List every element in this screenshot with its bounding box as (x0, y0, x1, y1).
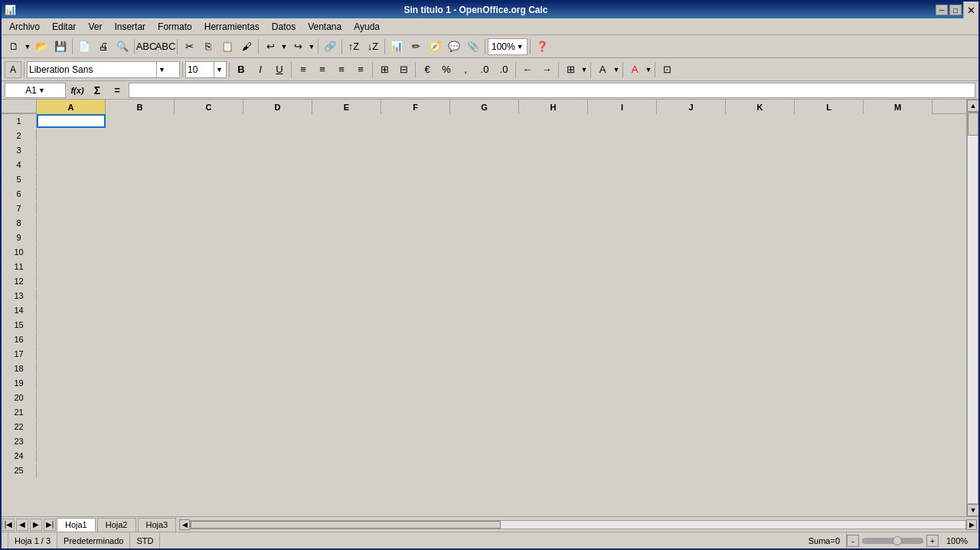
cell-F8[interactable] (381, 216, 450, 230)
cell-F15[interactable] (381, 318, 450, 332)
col-header-D[interactable]: D (243, 100, 312, 114)
cell-B23[interactable] (106, 434, 175, 448)
row-number-19[interactable]: 19 (2, 376, 37, 390)
pdf-button[interactable]: 📄 (75, 38, 93, 56)
cell-B19[interactable] (106, 376, 175, 390)
scroll-down-button[interactable]: ▼ (967, 504, 978, 516)
draw-button[interactable]: ✏ (407, 38, 425, 56)
cell-D24[interactable] (243, 449, 312, 463)
cell-L1[interactable] (795, 114, 864, 128)
align-right-button[interactable]: ≡ (332, 61, 351, 79)
cell-J6[interactable] (657, 187, 726, 201)
chart-button[interactable]: 📊 (387, 38, 406, 56)
zoom-in-button[interactable]: + (926, 535, 939, 547)
cell-C18[interactable] (175, 362, 243, 375)
cell-K1[interactable] (726, 114, 795, 128)
cell-H19[interactable] (519, 376, 588, 390)
cell-C8[interactable] (175, 216, 243, 230)
cell-M12[interactable] (864, 274, 933, 288)
cell-M1[interactable] (864, 114, 933, 128)
cell-J23[interactable] (657, 434, 726, 448)
cell-B18[interactable] (106, 362, 175, 375)
cell-F24[interactable] (381, 449, 450, 463)
row-number-6[interactable]: 6 (2, 187, 37, 201)
cell-E1[interactable] (312, 114, 381, 128)
cell-F6[interactable] (381, 187, 450, 201)
cell-H25[interactable] (519, 463, 588, 477)
paste-button[interactable]: 📋 (218, 38, 237, 56)
cell-M24[interactable] (864, 449, 933, 463)
cell-E12[interactable] (312, 274, 381, 288)
copy-button[interactable]: ⎘ (199, 38, 217, 56)
more-button[interactable]: 📎 (464, 38, 482, 56)
cell-A3[interactable] (37, 143, 106, 157)
cell-A17[interactable] (37, 347, 106, 361)
note-button[interactable]: 💬 (445, 38, 463, 56)
justify-button[interactable]: ≡ (351, 61, 370, 79)
currency-button[interactable]: € (418, 61, 436, 79)
cell-J10[interactable] (657, 245, 726, 259)
cell-D19[interactable] (243, 376, 312, 390)
cell-G17[interactable] (450, 347, 519, 361)
cell-E3[interactable] (312, 143, 381, 157)
cell-K19[interactable] (726, 376, 795, 390)
cell-L14[interactable] (795, 303, 864, 317)
thousands-button[interactable]: , (456, 61, 475, 79)
cell-K2[interactable] (726, 129, 795, 142)
cell-C13[interactable] (175, 289, 243, 303)
row-number-22[interactable]: 22 (2, 420, 37, 434)
cell-E23[interactable] (312, 434, 381, 448)
cell-M6[interactable] (864, 187, 933, 201)
cell-B6[interactable] (106, 187, 175, 201)
align-left-button[interactable]: ≡ (294, 61, 312, 79)
cell-E2[interactable] (312, 129, 381, 142)
cell-K10[interactable] (726, 245, 795, 259)
cell-G23[interactable] (450, 434, 519, 448)
autocorrect-button[interactable]: ABC (156, 38, 175, 56)
col-header-A[interactable]: A (37, 100, 106, 114)
cut-button[interactable]: ✂ (180, 38, 198, 56)
cell-F25[interactable] (381, 463, 450, 477)
cell-L22[interactable] (795, 420, 864, 434)
font-input[interactable] (28, 64, 156, 75)
cell-M5[interactable] (864, 172, 933, 186)
cell-K25[interactable] (726, 463, 795, 477)
cell-G25[interactable] (450, 463, 519, 477)
cell-A19[interactable] (37, 376, 106, 390)
cell-F13[interactable] (381, 289, 450, 303)
size-input[interactable] (186, 64, 214, 75)
cell-L4[interactable] (795, 158, 864, 172)
zoom-out-button[interactable]: - (847, 535, 859, 547)
cell-G1[interactable] (450, 114, 519, 128)
cell-K13[interactable] (726, 289, 795, 303)
cell-J21[interactable] (657, 405, 726, 419)
cell-H6[interactable] (519, 187, 588, 201)
cell-I6[interactable] (588, 187, 657, 201)
cell-I3[interactable] (588, 143, 657, 157)
cell-A4[interactable] (37, 158, 106, 172)
sheet-tab-hoja2[interactable]: Hoja2 (97, 518, 136, 532)
cell-C19[interactable] (175, 376, 243, 390)
cell-C5[interactable] (175, 172, 243, 186)
cell-K11[interactable] (726, 260, 795, 273)
cell-C14[interactable] (175, 303, 243, 317)
menu-ventana[interactable]: Ventana (302, 19, 348, 34)
cell-L9[interactable] (795, 231, 864, 244)
cell-K21[interactable] (726, 405, 795, 419)
cell-D17[interactable] (243, 347, 312, 361)
minimize-button[interactable]: ─ (936, 5, 948, 15)
cell-H24[interactable] (519, 449, 588, 463)
row-number-15[interactable]: 15 (2, 318, 37, 332)
cell-L19[interactable] (795, 376, 864, 390)
cell-J14[interactable] (657, 303, 726, 317)
cell-J1[interactable] (657, 114, 726, 128)
cell-B12[interactable] (106, 274, 175, 288)
help-button[interactable]: ❓ (533, 38, 551, 56)
cell-H14[interactable] (519, 303, 588, 317)
font-selector[interactable]: ▼ (27, 61, 180, 78)
cell-H17[interactable] (519, 347, 588, 361)
formula-input[interactable] (129, 83, 975, 98)
cell-E7[interactable] (312, 201, 381, 215)
cell-A21[interactable] (37, 405, 106, 419)
cell-ref-dropdown[interactable]: ▼ (38, 87, 45, 94)
